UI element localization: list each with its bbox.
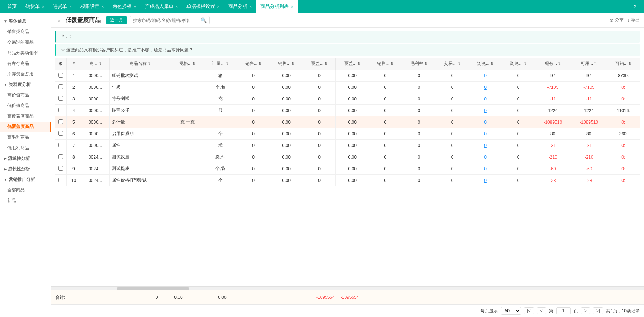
sidebar-item-high-value[interactable]: 高价值商品 [0,90,51,100]
nav-close-icon[interactable]: × [176,4,178,9]
data-table: ⚙ # 商... ⇅ 商品名称 ⇅ 规格... ⇅ 计量... ⇅ 销售... … [55,58,640,186]
share-button[interactable]: ⊙ 分享 [610,17,624,23]
row-stock2: 97 [571,70,607,82]
row-code: 0024... [81,151,109,163]
sidebar-item-sales-products[interactable]: 销售类商品 [0,27,51,37]
row-checkbox[interactable] [58,108,63,112]
row-coverage1: 0 [303,105,336,116]
nav-close-icon[interactable]: × [42,4,44,9]
column-gross-rate[interactable]: 毛利率 ⇅ [402,58,436,70]
sidebar-section-growth[interactable]: ▶ 成长性分析 [0,164,51,174]
row-checkbox[interactable] [58,143,63,147]
row-code: 0024... [81,163,109,175]
sidebar-section-overall[interactable]: ▼ 整体信息 [0,16,51,27]
collapse-sidebar-button[interactable]: « [55,17,63,24]
row-checkbox[interactable] [58,154,63,159]
column-code[interactable]: 商... ⇅ [81,58,109,70]
page-last-button[interactable]: >| [593,307,603,314]
export-button[interactable]: ↓ 导出 [627,17,640,23]
nav-close-icon[interactable]: × [102,4,104,9]
row-spec [171,128,204,140]
sidebar-item-low-margin[interactable]: 低毛利商品 [0,143,51,153]
column-sales3[interactable]: 销售... ⇅ [369,58,402,70]
footer-stock1: -1095554 [313,293,338,301]
row-name: 眼宝公仔 [109,105,171,116]
sidebar-section-marketing[interactable]: ▼ 营销推广分析 [0,174,51,185]
column-settings-icon[interactable]: ⚙ [55,58,66,70]
nav-close-icon[interactable]: × [291,4,293,9]
nav-close-icon[interactable]: × [217,4,219,9]
column-browse2[interactable]: 浏览... ⇅ [502,58,535,70]
nav-home[interactable]: 首页 [3,0,21,13]
column-spec[interactable]: 规格... ⇅ [171,58,204,70]
sidebar-item-low-value[interactable]: 低价值商品 [0,100,51,111]
nav-purchase-order[interactable]: 进货单 × [48,0,76,13]
row-stock2: 1224 [571,105,607,116]
nav-permissions[interactable]: 权限设置 × [76,0,108,13]
nav-template-settings[interactable]: 单据模板设置 × [182,0,224,13]
row-checkbox[interactable] [58,96,63,101]
sidebar-item-low-coverage[interactable]: 低覆盖度商品 [0,122,51,132]
arrow-right-icon: ▶ [4,167,7,171]
row-stock1: -210 [535,151,571,163]
row-unit: 只 [204,105,237,116]
page-prev-button[interactable]: < [537,307,546,314]
column-stock2[interactable]: 可用... ⇅ [571,58,607,70]
row-number: 2 [66,82,81,93]
row-browse2: 0 [502,151,535,163]
row-checkbox[interactable] [58,166,63,171]
page-input[interactable] [556,307,571,314]
column-browse1[interactable]: 浏览... ⇅ [469,58,502,70]
horizontal-scrollbar[interactable] [51,286,644,290]
row-unit: 个,袋 [204,163,237,175]
page-first-button[interactable]: |< [524,307,534,314]
scrollbar-thumb[interactable] [117,287,189,290]
arrow-down-icon: ▼ [4,178,7,182]
nav-sales-order[interactable]: 销货单 × [21,0,48,13]
sidebar-item-traded-products[interactable]: 交易过的商品 [0,37,51,48]
column-coverage2[interactable]: 覆盖... ⇅ [336,58,369,70]
sidebar-item-category-rate[interactable]: 商品分类动销率 [0,48,51,58]
row-stock3: 0: [607,82,640,93]
sidebar-item-high-coverage[interactable]: 高覆盖度商品 [0,111,51,122]
column-coverage1[interactable]: 覆盖... ⇅ [303,58,336,70]
page-size-select[interactable]: 50 100 [501,307,521,315]
search-input[interactable] [133,18,199,23]
nav-product-stock[interactable]: 产成品入库单 × [141,0,182,13]
column-stock3[interactable]: 可销... ⇅ [607,58,640,70]
sidebar-item-all-products[interactable]: 全部商品 [0,185,51,195]
page-title: 低覆盖度商品 [66,16,101,24]
nav-close-icon[interactable]: × [69,4,71,9]
sidebar-section-cluster[interactable]: ▼ 类群度分析 [0,79,51,90]
sidebar-item-inventory-capital[interactable]: 库存资金占用 [0,69,51,79]
nav-product-analysis-list[interactable]: 商品分析列表 × [256,0,298,13]
nav-close-icon[interactable]: × [250,4,252,9]
row-sales1: 0 [237,128,270,140]
table-row: 4 0000... 眼宝公仔 只 0 0.00 0 0.00 0 0 0 0 0… [55,105,640,116]
row-checkbox-cell [55,105,66,116]
row-checkbox[interactable] [58,84,63,89]
page-next-button[interactable]: > [581,307,590,314]
column-trade[interactable]: 交易... ⇅ [436,58,469,70]
sidebar-item-stocked-products[interactable]: 有库存商品 [0,58,51,69]
table-row: 7 0000... 属性 米 0 0.00 0 0.00 0 0 0 0 0 -… [55,140,640,151]
period-button[interactable]: 近一月 [106,16,127,24]
footer-total-label: 合计: [55,294,66,301]
window-close-button[interactable]: × [629,3,641,10]
column-stock1[interactable]: 现有... ⇅ [535,58,571,70]
row-checkbox[interactable] [58,73,63,78]
sidebar-item-new-products[interactable]: 新品 [0,195,51,206]
column-sales1[interactable]: 销售... ⇅ [237,58,270,70]
row-checkbox[interactable] [58,119,63,124]
nav-close-icon[interactable]: × [134,4,136,9]
nav-product-analysis[interactable]: 商品分析 × [224,0,256,13]
row-checkbox[interactable] [58,131,63,136]
column-name[interactable]: 商品名称 ⇅ [109,58,171,70]
data-table-wrapper[interactable]: ⚙ # 商... ⇅ 商品名称 ⇅ 规格... ⇅ 计量... ⇅ 销售... … [55,58,640,286]
nav-role-auth[interactable]: 角色授权 × [108,0,140,13]
column-sales2[interactable]: 销售... ⇅ [270,58,303,70]
sidebar-section-liquidity[interactable]: ▶ 流通性分析 [0,153,51,164]
sidebar-item-high-margin[interactable]: 高毛利商品 [0,132,51,143]
column-unit[interactable]: 计量... ⇅ [204,58,237,70]
row-checkbox[interactable] [58,178,63,182]
